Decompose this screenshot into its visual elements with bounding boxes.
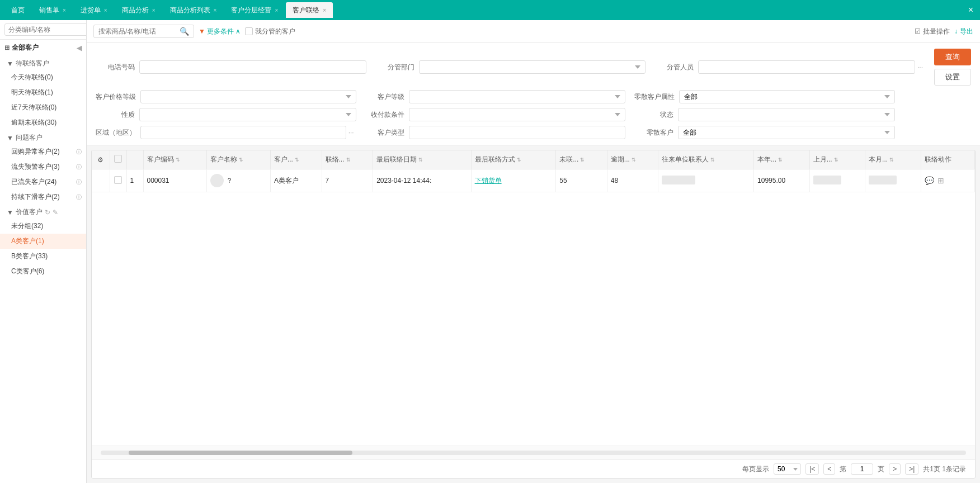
sidebar-item-week-pending[interactable]: 近7天待联络(0) (0, 100, 86, 115)
filter-input-region[interactable] (140, 126, 346, 139)
sidebar-item-repurchase-anomaly[interactable]: 回购异常客户(2) ⓘ (0, 144, 86, 159)
qr-icon[interactable]: ⊞ (937, 176, 944, 185)
col-name[interactable]: 客户名称⇅ (207, 150, 271, 169)
filter-select-nature[interactable] (139, 108, 356, 121)
sidebar-item-today-pending[interactable]: 今天待联络(0) (0, 70, 86, 85)
filter-input-customer-type[interactable] (409, 126, 626, 139)
nav-tab-sales-label: 销售单 (39, 6, 59, 15)
sidebar-search-input[interactable] (4, 23, 87, 36)
col-last-contact-method[interactable]: 最后联络方式⇅ (471, 150, 556, 169)
filter-select-sparse-attr[interactable]: 全部 (679, 90, 895, 103)
sidebar-item-ungraded[interactable]: 未分组(32) (0, 219, 86, 234)
filter-input-phone[interactable] (139, 60, 366, 74)
value-edit-icon[interactable]: ✎ (53, 209, 58, 216)
nav-tab-customer-segment-close[interactable]: × (275, 7, 278, 13)
filter-select-price-level[interactable] (140, 90, 356, 103)
nav-tab-home[interactable]: 首页 (4, 2, 31, 18)
col-contact-count[interactable]: 联络...⇅ (322, 150, 373, 169)
problem-arrow-icon: ▼ (7, 134, 13, 142)
col-check[interactable] (110, 150, 126, 169)
col-this-month[interactable]: 本月...⇅ (865, 150, 921, 169)
filter-label-region: 区域（地区） (96, 128, 136, 138)
last-contact-method-link[interactable]: 下销货单 (475, 177, 502, 184)
filter-search-input[interactable] (98, 27, 177, 35)
row-last-contact-method[interactable]: 下销货单 (471, 169, 556, 192)
filter-search-icon[interactable]: 🔍 (180, 27, 189, 36)
col-code[interactable]: 客户编码⇅ (143, 150, 207, 169)
nav-tab-purchase-label: 进货单 (81, 6, 101, 15)
sidebar-all-customers[interactable]: ⊞ 全部客户 ◀ (0, 40, 86, 56)
sidebar-collapse-icon[interactable]: ◀ (77, 44, 82, 52)
filter-select-payment[interactable] (409, 108, 626, 121)
nav-tab-purchase-close[interactable]: × (104, 7, 107, 13)
nav-tab-sales-close[interactable]: × (63, 7, 66, 13)
col-this-year[interactable]: 本年...⇅ (754, 150, 810, 169)
sidebar-section-value[interactable]: ▼ 价值客户 ↻ ✎ (0, 205, 86, 219)
filter-select-status[interactable] (678, 108, 895, 121)
next-page-btn[interactable]: > (889, 463, 901, 475)
row-name[interactable]: ？ (207, 169, 271, 192)
row-gear (92, 169, 110, 192)
nav-tab-customer-segment[interactable]: 客户分层经营 × (224, 2, 285, 18)
settings-btn[interactable]: 设置 (934, 69, 971, 86)
sidebar-item-class-a[interactable]: A类客户(1) (0, 234, 86, 249)
value-refresh-icon[interactable]: ↻ (45, 209, 50, 216)
col-overdue[interactable]: 逾期...⇅ (607, 150, 658, 169)
region-dots-btn[interactable]: ··· (346, 129, 356, 136)
table-scroll-wrapper[interactable]: ⚙ 客户编码⇅ 客户名称⇅ 客 (92, 150, 975, 446)
nav-tab-goods-analysis-list-close[interactable]: × (214, 7, 217, 13)
page-input[interactable] (851, 463, 873, 475)
person-dots-btn[interactable]: ··· (915, 63, 925, 71)
nav-tab-customer-contact[interactable]: 客户联络 × (286, 2, 333, 18)
col-last-contact-date[interactable]: 最后联络日期⇅ (373, 150, 471, 169)
batch-ops-btn[interactable]: ☑ 批量操作 (915, 27, 950, 36)
nav-tab-goods-analysis[interactable]: 商品分析 × (115, 2, 162, 18)
prev-page-btn[interactable]: < (823, 463, 835, 475)
nav-tab-goods-analysis-list[interactable]: 商品分析列表 × (163, 2, 224, 18)
filter-input-person[interactable] (698, 60, 915, 74)
sidebar-item-overdue-contact[interactable]: 逾期未联络(30) (0, 115, 86, 130)
window-close-icon[interactable]: × (966, 3, 976, 17)
sidebar-item-tomorrow-pending[interactable]: 明天待联络(1) (0, 85, 86, 100)
row-last-contact-date: 2023-04-12 14:44: (373, 169, 471, 192)
nav-tab-customer-contact-close[interactable]: × (323, 7, 326, 13)
sidebar-item-today-pending-label: 今天待联络(0) (11, 73, 53, 82)
row-last-month (809, 169, 865, 192)
my-customers-checkbox-area[interactable]: 我分管的客户 (245, 27, 295, 36)
header-checkbox[interactable] (114, 155, 122, 163)
page-label: 第 (840, 465, 846, 474)
col-no-contact[interactable]: 未联...⇅ (556, 150, 607, 169)
chat-icon[interactable]: 💬 (925, 176, 934, 185)
filter-select-customer-level[interactable] (409, 90, 626, 103)
col-customer-type[interactable]: 客户...⇅ (270, 150, 322, 169)
nav-tab-sales[interactable]: 销售单 × (32, 2, 73, 18)
sidebar-item-declining[interactable]: 持续下滑客户(2) ⓘ (0, 190, 86, 205)
col-gear[interactable]: ⚙ (92, 150, 110, 169)
my-customers-checkbox[interactable] (245, 27, 253, 35)
row-check[interactable] (110, 169, 126, 192)
query-btn[interactable]: 查询 (934, 49, 971, 65)
export-btn[interactable]: ↓ 导出 (954, 27, 973, 36)
first-page-btn[interactable]: |< (805, 463, 819, 475)
filter-label-sparse: 零散客户 (634, 128, 673, 138)
nav-tab-purchase[interactable]: 进货单 × (74, 2, 114, 18)
sidebar-item-churned[interactable]: 已流失客户(24) ⓘ (0, 174, 86, 190)
filter-label-phone: 电话号码 (96, 63, 135, 72)
filter-select-dept[interactable] (419, 60, 646, 74)
sidebar-section-pending[interactable]: ▼ 待联络客户 (0, 56, 86, 70)
col-last-month[interactable]: 上月...⇅ (809, 150, 865, 169)
nav-tab-goods-analysis-close[interactable]: × (152, 7, 156, 13)
more-conditions-btn[interactable]: ▼ 更多条件 ∧ (199, 27, 241, 36)
scrollbar-area (92, 446, 975, 460)
row-checkbox[interactable] (114, 176, 122, 184)
sidebar-section-problem[interactable]: ▼ 问题客户 (0, 130, 86, 144)
sidebar-item-class-b[interactable]: B类客户(33) (0, 249, 86, 264)
filter-label-sparse-attr: 零散客户属性 (634, 92, 675, 102)
filter-select-sparse[interactable]: 全部 (678, 126, 895, 139)
sidebar-item-churn-warning[interactable]: 流失预警客户(3) ⓘ (0, 159, 86, 174)
col-company-contacts[interactable]: 往来单位联系人⇅ (658, 150, 754, 169)
per-page-select[interactable]: 50 10 20 100 (774, 463, 801, 475)
filter-label-status: 状态 (634, 110, 673, 120)
last-page-btn[interactable]: >| (905, 463, 918, 475)
sidebar-item-class-c[interactable]: C类客户(6) (0, 264, 86, 279)
